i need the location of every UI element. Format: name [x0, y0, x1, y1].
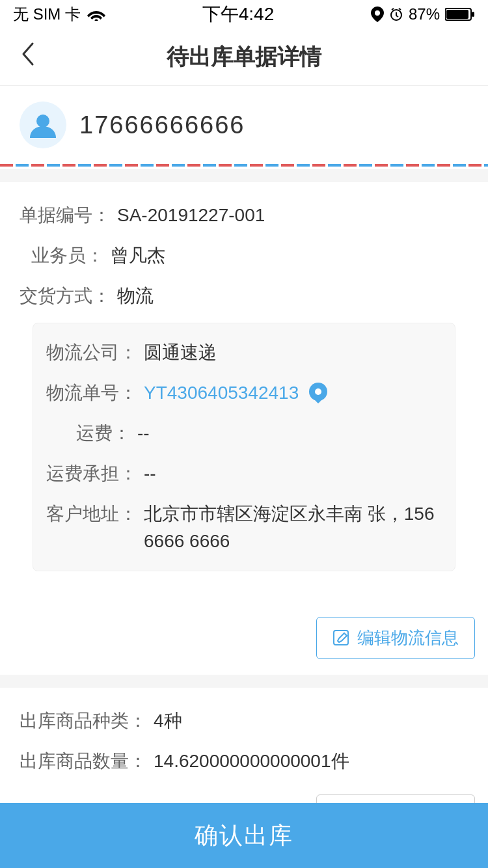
edit-btn-row: 编辑物流信息 [0, 604, 488, 675]
out-types-row: 出库商品种类： 4种 [20, 707, 468, 735]
freight-row: 运费： -- [46, 420, 442, 447]
status-time: 下午4:42 [202, 2, 275, 27]
delivery-row: 交货方式： 物流 [20, 282, 468, 310]
logistics-company-value: 圆通速递 [144, 339, 442, 366]
salesman-row: 业务员： 曾凡杰 [20, 242, 468, 269]
tracking-value: YT4306405342413 [144, 379, 442, 407]
page-title: 待出库单据详情 [167, 42, 321, 72]
battery-text: 87% [409, 5, 440, 23]
section-gap-1 [0, 169, 488, 182]
section-gap-2 [0, 675, 488, 688]
location-pin-icon[interactable] [306, 381, 330, 405]
out-quantity-value: 14.620000000000001件 [154, 748, 468, 775]
logistics-company-row: 物流公司： 圆通速递 [46, 339, 442, 366]
user-row: 17666666666 [0, 86, 488, 164]
freight-bearer-label: 运费承担： [46, 460, 144, 487]
status-right: 87% [371, 5, 475, 23]
doc-number-row: 单据编号： SA-20191227-001 [20, 202, 468, 229]
out-types-label: 出库商品种类： [20, 707, 154, 735]
svg-line-5 [392, 8, 394, 10]
out-quantity-row: 出库商品数量： 14.620000000000001件 [20, 748, 468, 775]
delivery-label: 交货方式： [20, 282, 117, 310]
edit-logistics-label: 编辑物流信息 [357, 627, 459, 649]
wifi-icon [87, 8, 105, 21]
address-row: 客户地址： 北京市市辖区海淀区永丰南 张，156 6666 6666 [46, 500, 442, 555]
location-icon [371, 7, 384, 22]
salesman-value: 曾凡杰 [111, 242, 468, 269]
delivery-value: 物流 [117, 282, 468, 310]
salesman-label: 业务员： [20, 242, 111, 269]
dashed-divider [0, 164, 488, 169]
back-button[interactable] [20, 41, 35, 73]
user-phone: 17666666666 [79, 111, 245, 139]
svg-rect-8 [446, 10, 468, 19]
svg-point-12 [315, 388, 321, 395]
status-left: 无 SIM 卡 [13, 4, 105, 25]
tracking-label: 物流单号： [46, 379, 144, 407]
edit-logistics-button[interactable]: 编辑物流信息 [316, 617, 475, 659]
battery-icon [445, 7, 475, 21]
edit-icon [332, 629, 351, 647]
svg-line-4 [396, 16, 398, 17]
freight-bearer-value: -- [144, 460, 442, 487]
status-bar: 无 SIM 卡 下午4:42 87% [0, 0, 488, 29]
document-info-section: 单据编号： SA-20191227-001 业务员： 曾凡杰 交货方式： 物流 … [0, 182, 488, 604]
doc-number-label: 单据编号： [20, 202, 117, 229]
svg-point-0 [95, 20, 98, 21]
outbound-section: 出库商品种类： 4种 出库商品数量： 14.620000000000001件 [0, 688, 488, 788]
svg-point-1 [375, 10, 380, 16]
alarm-icon [389, 7, 403, 21]
address-value: 北京市市辖区海淀区永丰南 张，156 6666 6666 [144, 500, 442, 555]
nav-bar: 待出库单据详情 [0, 29, 488, 86]
logistics-box: 物流公司： 圆通速递 物流单号： YT4306405342413 运费： -- … [33, 323, 455, 571]
freight-bearer-row: 运费承担： -- [46, 460, 442, 487]
logistics-company-label: 物流公司： [46, 339, 144, 366]
freight-value: -- [137, 420, 442, 447]
confirm-label: 确认出库 [195, 820, 293, 852]
svg-rect-9 [472, 12, 474, 17]
freight-label: 运费： [46, 420, 137, 447]
tracking-row: 物流单号： YT4306405342413 [46, 379, 442, 407]
address-label: 客户地址： [46, 500, 144, 528]
svg-line-6 [399, 8, 401, 10]
svg-point-10 [36, 115, 49, 128]
doc-number-value: SA-20191227-001 [117, 202, 468, 229]
out-types-value: 4种 [154, 707, 468, 735]
confirm-bar[interactable]: 确认出库 [0, 803, 488, 868]
avatar [20, 102, 66, 148]
svg-rect-13 [334, 631, 348, 645]
out-quantity-label: 出库商品数量： [20, 748, 154, 775]
sim-text: 无 SIM 卡 [13, 4, 81, 25]
